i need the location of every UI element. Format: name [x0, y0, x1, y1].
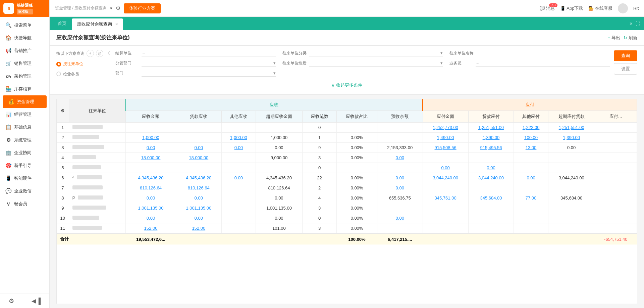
sidebar-bottom-collapse[interactable]: ◀▐ [32, 297, 41, 305]
sidebar-item-operations[interactable]: 📊经营管理 [0, 108, 49, 121]
scheme-option-sales[interactable]: 按业务员 [56, 70, 110, 79]
logo-sub: 标准版 [17, 9, 33, 14]
logo-icon: 6 [3, 3, 14, 14]
tab-arquery[interactable]: 应收应付余额查询 × [72, 18, 123, 30]
scheme-settings-button[interactable]: ◎ [96, 50, 103, 57]
scheme-selector: 按以下方案查询 + ◎ 《 按往来单位 [56, 50, 110, 79]
footer-ar-ratio: 100.00% [337, 233, 377, 245]
sidebar-item-member[interactable]: V畅会员 [0, 197, 49, 210]
th-ar-other: 其他应收 [221, 111, 256, 123]
name-input[interactable] [476, 52, 610, 54]
th-ar-overdue: 超期应收金额 [256, 111, 303, 123]
nature-input[interactable]: ▾ [309, 60, 443, 67]
filter-main: 按以下方案查询 + ◎ 《 按往来单位 [56, 50, 637, 79]
home-icon: 🏠 [5, 35, 11, 41]
scheme-label-unit: 按往来单位 [63, 61, 83, 67]
subdept-input[interactable]: ▾ [142, 70, 276, 77]
expand-icon[interactable]: ⛶ [636, 21, 640, 26]
purchase-icon: 🛍 [5, 74, 11, 79]
sidebar-bottom: ⚙ ◀▐ [0, 294, 49, 308]
sidebar-item-hardware[interactable]: 📱智能硬件 [0, 172, 49, 185]
app-download[interactable]: 📱 App下载 [560, 5, 583, 11]
filter-area: 按以下方案查询 + ◎ 《 按往来单位 [50, 46, 644, 95]
sidebar-item-search[interactable]: 🔍搜索菜单 [0, 19, 49, 32]
table-row: 7 810,126.64 810,126.64 810,126.64 2 0.0… [57, 183, 637, 193]
filter-field-salesperson: 业务员 ··· [449, 60, 610, 67]
sidebar-nav: 🔍搜索菜单 🏠快捷导航 📢营销推广 🛒销售管理 🛍采购管理 🏪库存核算 💰资金管… [0, 17, 49, 294]
th-ap-overdue: 超期应付货款 [548, 111, 595, 123]
category-input[interactable]: ▾ [309, 50, 443, 56]
table-container: ⚙ 往来单位 应收 应付 应收金额 贷款应收 其他应收 超期应收金额 应收笔数 … [56, 99, 637, 304]
filter-collapse-bar[interactable]: ∧ 收起更多条件 [56, 80, 637, 90]
sidebar-item-sales[interactable]: 🛒销售管理 [0, 57, 49, 70]
sidebar-item-guide[interactable]: 🎯新手引导 [0, 159, 49, 172]
settings-button[interactable]: 设置 [614, 63, 637, 75]
member-icon: V [5, 202, 11, 207]
sidebar-item-marketing[interactable]: 📢营销推广 [0, 44, 49, 57]
page-actions: ↑ 导出 ↻ 刷新 [608, 35, 638, 45]
sales-icon: 🛒 [5, 60, 11, 67]
sidebar-item-collab[interactable]: 🏢企业协同 [0, 146, 49, 159]
user-name: Rit [633, 6, 639, 11]
tab-close-icon[interactable]: × [115, 21, 118, 27]
filter-field-name: 往来单位名称 [449, 50, 610, 56]
online-service[interactable]: 💁 在线客服 [588, 5, 612, 11]
refresh-button[interactable]: ↻ 刷新 [624, 35, 637, 41]
th-ar-ratio: 应收款占比 [337, 111, 377, 123]
scheme-label-sales: 按业务员 [63, 72, 79, 77]
table-row: 3 0.00 0.00 0.00 0.00 9 0.00% 2,153,333.… [57, 143, 637, 153]
sidebar-item-finance[interactable]: 💰资金管理 [3, 95, 47, 108]
table-footer: 合计 19,553,472,6... 100.00% 6,417,215.... [57, 233, 637, 245]
filter-right: 结算单位 ··· 往来单位分类 ▾ [115, 50, 637, 79]
table-row: 9 1,001,135.00 1,001,135.00 1,001,135.00… [57, 203, 637, 213]
th-ar-loan: 贷款应收 [176, 111, 221, 123]
footer-label: 合计 [57, 233, 126, 245]
add-scheme-button[interactable]: + [87, 50, 94, 57]
footer-prepay: 6,417,215.... [377, 233, 423, 245]
table-row: 2 1,000.00 1,000.00 1,000.00 1 0.00% 1,4… [57, 133, 637, 143]
th-ap-group: 应付 [423, 99, 637, 111]
scheme-options: 按往来单位 按业务员 [56, 60, 110, 79]
table-row: 8 P 0.00 0.00 0.00 4 0.00% 655,636.75 [57, 193, 637, 203]
table-row: 4 18,000.00 18,000.00 9,000.00 3 0.00% 0… [57, 153, 637, 163]
data-table: ⚙ 往来单位 应收 应付 应收金额 贷款应收 其他应收 超期应收金额 应收笔数 … [57, 99, 637, 245]
message-icon: 💬 [540, 6, 545, 11]
filter-field-settlement: 结算单位 ··· [115, 50, 276, 56]
filter-section-label: 按以下方案查询 [56, 51, 85, 56]
salesperson-input[interactable]: ··· [476, 60, 610, 67]
basic-icon: 📋 [5, 124, 11, 130]
breadcrumb-dropdown[interactable]: ▾ [110, 6, 112, 11]
th-settings[interactable]: ⚙ [57, 99, 69, 123]
sidebar-item-inventory[interactable]: 🏪库存核算 [0, 83, 49, 95]
settlement-input[interactable]: ··· [142, 50, 276, 56]
scheme-radio-inactive [56, 72, 61, 77]
sidebar-item-wechat[interactable]: 💬企业微信 [0, 185, 49, 197]
query-button[interactable]: 查询 [614, 50, 637, 61]
sidebar-bottom-settings[interactable]: ⚙ [9, 297, 14, 305]
dept-input[interactable]: ▾ [142, 60, 276, 67]
message-badge[interactable]: 💬 消息 99+ [540, 5, 555, 11]
scheme-option-unit[interactable]: 按往来单位 [56, 60, 110, 68]
sidebar-item-purchase[interactable]: 🛍采购管理 [0, 70, 49, 83]
operations-icon: 📊 [5, 112, 11, 118]
guide-icon: 🎯 [5, 163, 11, 169]
sidebar-item-nav[interactable]: 🏠快捷导航 [0, 32, 49, 44]
finance-icon: 💰 [8, 99, 14, 105]
service-icon: 💁 [588, 6, 594, 11]
close-window-icon[interactable]: ✕ [629, 21, 633, 26]
table-row: 11 152.00 152.00 101.00 3 0.00% [57, 223, 637, 234]
collab-icon: 🏢 [5, 150, 11, 156]
promo-button[interactable]: 体验行业方案 [124, 3, 161, 13]
th-unit: 往来单位 [69, 99, 126, 123]
topbar-settings-icon[interactable]: ⚙ [116, 5, 120, 11]
filter-field-dept: 分管部门 ▾ [115, 60, 276, 67]
collapse-scheme-button[interactable]: 《 [105, 50, 110, 56]
tab-home[interactable]: 首页 [52, 18, 72, 29]
sidebar-item-basic[interactable]: 📋基础信息 [0, 121, 49, 134]
sidebar-logo: 6 畅捷通账 标准版 [0, 0, 49, 17]
export-button[interactable]: ↑ 导出 [608, 35, 621, 41]
filter-fields: 结算单位 ··· 往来单位分类 ▾ [115, 50, 610, 79]
sidebar-item-system[interactable]: ⚙系统管理 [0, 134, 49, 146]
footer-ap-total: -654,751.40 [595, 233, 637, 245]
query-btn-area: 查询 设置 [614, 50, 637, 79]
